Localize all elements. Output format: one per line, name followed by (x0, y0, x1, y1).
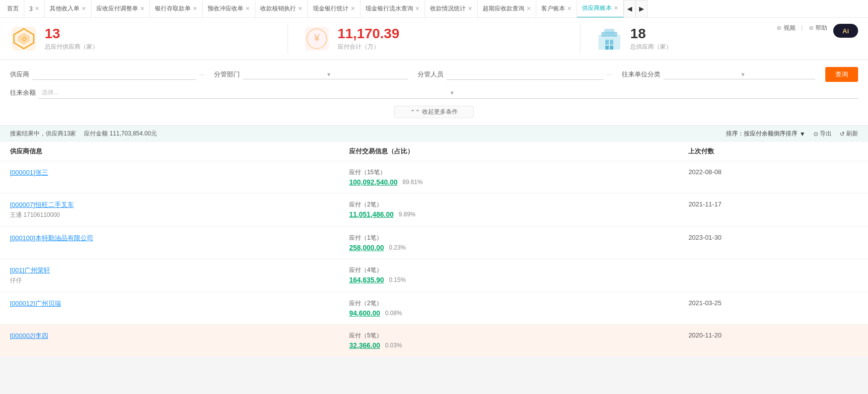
nav-arrow-left[interactable]: ◀ (624, 0, 636, 18)
tx-label: 应付（5笔） (349, 331, 688, 340)
supplier-link[interactable]: [001]广州荣轩 (10, 266, 349, 275)
balance-value: 选择... (42, 88, 447, 97)
chevron-down-icon: ▼ (449, 90, 855, 96)
balance-select[interactable]: 选择... ▼ (39, 87, 858, 99)
result-bar: 搜索结果中，供应商13家 应付金额 111,703,854.00元 排序：按应付… (0, 126, 868, 142)
svg-rect-10 (605, 40, 609, 45)
category-label: 往来单位分类 (622, 70, 660, 79)
tx-info-cell: 应付（1笔） 258,000.00 0.23% (349, 234, 688, 252)
table-row: [000001]张三 应付（15笔） 100,092,540.00 89.61%… (0, 161, 868, 194)
stat-num-3: 18 (630, 27, 672, 41)
close-icon[interactable]: ✕ (526, 5, 531, 12)
nav-tab-3[interactable]: 3 ✕ (24, 0, 45, 18)
close-icon[interactable]: ✕ (245, 5, 250, 12)
tx-pct: 0.15% (389, 276, 406, 283)
supplier-link[interactable]: [000100]本特勤油品有限公司 (10, 234, 349, 243)
help-label: 帮助 (815, 24, 827, 31)
chevron-down-icon: ▼ (799, 131, 805, 137)
tx-amount[interactable]: 258,000.00 (349, 244, 384, 252)
supplier-input[interactable] (32, 69, 196, 80)
sort-select[interactable]: 排序：按应付余额倒序排序 ▼ (726, 130, 805, 138)
chevron-down-icon: ▼ (326, 71, 405, 77)
nav-tab-cash-stat[interactable]: 现金银行统计 ✕ (308, 0, 361, 18)
nav-tab-prepay[interactable]: 预收冲应收单 ✕ (203, 0, 255, 18)
tx-amount[interactable]: 94,600.00 (349, 309, 380, 317)
filter-dept: 分管部门 ▼ (214, 70, 408, 79)
person-input[interactable] (446, 69, 604, 80)
supplier-info-cell: [000012]广州贝瑞 (10, 299, 349, 308)
person-more-icon[interactable]: ··· (607, 71, 611, 77)
nav-arrow-right[interactable]: ▶ (636, 0, 648, 18)
filter-balance: 往来余额 选择... ▼ (10, 87, 858, 99)
nav-tab-adjustment[interactable]: 应收应付调整单 ✕ (91, 0, 150, 18)
video-label: 视频 (784, 24, 796, 31)
video-link[interactable]: ⊙ 视频 (777, 24, 795, 38)
supplier-label: 供应商 (10, 70, 29, 79)
table-row: [000007]恒旺二手叉车 王通 17106110000 应付（2笔） 11,… (0, 194, 868, 227)
nav-tab-supplier-label: 供应商账本 (582, 4, 612, 12)
nav-tab-supplier[interactable]: 供应商账本 ✕ (577, 0, 624, 18)
nav-tab-home-label: 首页 (7, 4, 19, 13)
tx-label: 应付（2笔） (349, 200, 688, 209)
last-pay-cell: 2021-03-25 (688, 299, 858, 307)
nav-tab-collection-stat[interactable]: 收款情况统计 ✕ (425, 0, 478, 18)
supplier-info-cell: [000001]张三 (10, 168, 349, 177)
nav-tab-home[interactable]: 首页 (2, 0, 24, 18)
data-table: 供应商信息 应付交易信息（占比） 上次付数 [000001]张三 应付（15笔）… (0, 142, 868, 357)
supplier-more-icon[interactable]: ··· (199, 71, 204, 77)
close-icon[interactable]: ✕ (81, 5, 86, 12)
close-icon[interactable]: ✕ (35, 5, 39, 12)
tx-amount[interactable]: 164,635.90 (349, 276, 384, 284)
refresh-button[interactable]: ↺ 刷新 (840, 130, 858, 138)
chevron-down-icon: ▼ (740, 71, 812, 77)
nav-tab-cash-flow[interactable]: 现金银行流水查询 ✕ (361, 0, 425, 18)
close-icon[interactable]: ✕ (415, 5, 420, 12)
collapse-label: 收起更多条件 (422, 108, 458, 116)
tx-amount[interactable]: 100,092,540.00 (349, 178, 397, 186)
nav-tab-overdue[interactable]: 超期应收款查询 ✕ (478, 0, 536, 18)
stat-label-3: 总供应商（家） (630, 43, 672, 51)
nav-tab-bank[interactable]: 银行存取款单 ✕ (150, 0, 203, 18)
filter-category: 往来单位分类 ▼ (622, 70, 816, 79)
export-icon: ⊙ (813, 131, 818, 137)
sort-label: 排序：按应付余额倒序排序 (726, 130, 797, 138)
close-icon[interactable]: ✕ (614, 5, 618, 11)
tx-amount[interactable]: 11,051,486.00 (349, 210, 394, 218)
balance-label: 往来余额 (10, 88, 36, 97)
nav-tab-3-label: 3 (29, 5, 33, 12)
supplier-link[interactable]: [000007]恒旺二手叉车 (10, 200, 349, 209)
nav-tab-collection[interactable]: 收款核销执行 ✕ (255, 0, 308, 18)
circle-icon: ⊙ (777, 24, 782, 31)
nav-tab-prepay-label: 预收冲应收单 (208, 4, 243, 13)
filter-row-1: 供应商 ··· 分管部门 ▼ 分管人员 ··· 往来单位分类 ▼ 查询 (10, 67, 858, 82)
nav-tab-customer[interactable]: 客户账本 ✕ (536, 0, 577, 18)
filter-area: 供应商 ··· 分管部门 ▼ 分管人员 ··· 往来单位分类 ▼ 查询 往来 (0, 60, 868, 126)
close-icon[interactable]: ✕ (567, 5, 572, 12)
close-icon[interactable]: ✕ (140, 5, 145, 12)
supplier-link[interactable]: [000012]广州贝瑞 (10, 299, 349, 308)
stat-label-2: 应付合计（万） (338, 43, 400, 51)
help-link[interactable]: ⊙ 帮助 (809, 24, 827, 38)
collapse-button[interactable]: ⌃⌃ 收起更多条件 (394, 106, 474, 118)
stat-text-1: 13 总应付供应商（家） (45, 27, 98, 51)
close-icon[interactable]: ✕ (468, 5, 472, 12)
ai-button[interactable]: Ai (833, 24, 858, 38)
table-row: [000012]广州贝瑞 应付（2笔） 94,600.00 0.08% 2021… (0, 292, 868, 325)
supplier-link[interactable]: [000002]李四 (10, 331, 349, 340)
supplier-info-cell: [000100]本特勤油品有限公司 (10, 234, 349, 243)
query-button[interactable]: 查询 (825, 67, 858, 82)
filter-row-2: 往来余额 选择... ▼ (10, 87, 858, 99)
nav-tab-other-income[interactable]: 其他收入单 ✕ (45, 0, 91, 18)
supplier-sub: 王通 17106110000 (10, 211, 349, 219)
export-button[interactable]: ⊙ 导出 (813, 130, 832, 138)
dept-select[interactable]: ▼ (243, 70, 408, 79)
category-select[interactable]: ▼ (663, 70, 816, 79)
tx-amount[interactable]: 32,366.00 (349, 341, 380, 349)
stat-num-1: 13 (45, 27, 98, 41)
supplier-link[interactable]: [000001]张三 (10, 168, 349, 177)
nav-tab-cash-stat-label: 现金银行统计 (313, 4, 349, 13)
close-icon[interactable]: ✕ (193, 5, 197, 12)
table-row: [000002]李四 应付（5笔） 32,366.00 0.03% 2020-1… (0, 325, 868, 357)
close-icon[interactable]: ✕ (298, 5, 302, 12)
close-icon[interactable]: ✕ (351, 5, 355, 12)
